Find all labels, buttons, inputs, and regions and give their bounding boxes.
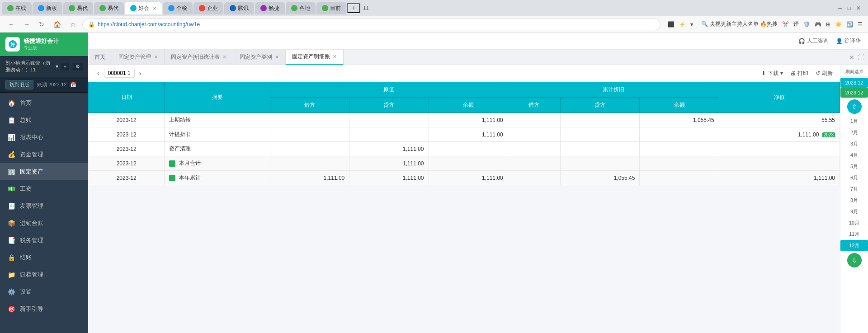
sidebar-item-tax[interactable]: 📑 税务管理 [0,232,88,249]
history-btn[interactable]: ↩️ [846,21,853,28]
scroll-up-button[interactable]: ⇧ [847,99,862,114]
col-header-original-value: 原值 [270,82,508,98]
period-title: 期间选择 [840,67,868,77]
address-input[interactable]: 🔒 https://cloud.chanjet.com/accounting/u… [82,19,660,30]
address-bar: ← → ↻ 🏠 ☆ 🔒 https://cloud.chanjet.com/ac… [0,16,868,33]
browser-tab-haohui[interactable]: 好会 ✕ [125,2,162,14]
page-number-input[interactable]: 000001 1 [104,69,135,78]
period-item-10[interactable]: 10月 [840,217,868,229]
switch-version-btn[interactable]: 切到旧版 [5,80,33,89]
sidebar-item-funds[interactable]: 💰 资金管理 [0,146,88,163]
period-item-4[interactable]: 4月 [840,150,868,161]
tab-favicon-gedi [291,5,297,11]
support-button[interactable]: 🎧 人工咨询 [798,37,829,45]
browser-tab-tengxun[interactable]: 腾讯 [224,2,254,14]
tab-close-all-icon[interactable]: ✕ [849,54,854,61]
extensions-btn[interactable]: ⬛ [668,21,675,28]
cell-dep-debit-4 [508,156,560,171]
sidebar-item-ledger[interactable]: 📋 总账 [0,112,88,129]
reload-button[interactable]: ↻ [36,20,47,29]
refresh-button[interactable]: ↺ 刷新 [816,70,833,77]
period-label: 账期 2023-12 [37,81,66,88]
browser-tab-changjie[interactable]: 畅捷 [255,2,285,14]
print-button[interactable]: 🖨 打印 [790,70,808,77]
back-button[interactable]: ← [5,20,17,29]
period-item-2023-12-selected[interactable]: 2023.12 [840,78,868,88]
period-item-6[interactable]: 6月 [840,172,868,183]
next-page-button[interactable]: › [137,69,143,78]
tab-close-fixed-assets-mgmt[interactable]: ✕ [154,54,158,60]
sidebar-item-archive[interactable]: 📁 归档管理 [0,266,88,283]
sidebar-item-settings[interactable]: ⚙️ 设置 [0,283,88,300]
cell-dep-credit-2 [561,127,640,142]
sidebar-item-fixed-assets[interactable]: 🏢 固定资产 [0,163,88,180]
dropdown-btn[interactable]: ▾ [690,21,693,28]
browser-tab-online[interactable]: 在线 [2,2,32,14]
maximize-button[interactable]: □ [848,5,851,11]
forward-button[interactable]: → [21,20,33,29]
download-button[interactable]: ⬇ 下载 ▾ [761,70,783,77]
period-item-2[interactable]: 2月 [840,127,868,138]
add-account-button[interactable]: + [61,63,69,70]
sidebar-item-inventory[interactable]: 📦 进销台账 [0,215,88,232]
lightning-btn[interactable]: ⚡ [679,21,686,28]
period-item-8[interactable]: 8月 [840,195,868,206]
period-item-12[interactable]: 12月 [840,240,868,251]
cell-net-value-5: 1,111.00 [719,171,840,185]
browser-tab-yidai2[interactable]: 易代 [94,2,124,14]
period-item-7[interactable]: 7月 [840,183,868,195]
period-item-1[interactable]: 1月 [840,116,868,127]
settings-account-button[interactable]: ⚙ [73,63,83,70]
tab-maximize-icon[interactable]: ⛶ [858,54,864,61]
browser-tools: ⬛ ⚡ ▾ 🔍 央视更新主持人名单 🔥热搜 ✂️ 译 🛡️ 🎮 ⊞ ☀️ ↩️ … [668,20,863,28]
calendar-icon[interactable]: 📅 [70,82,76,88]
browser-tab-qiye[interactable]: 企业 [193,2,223,14]
tab-home[interactable]: 首页 [88,50,112,65]
tab-favicon-online [7,5,14,11]
user-profile-button[interactable]: 👤 徐译华 [836,37,861,45]
tab-close-asset-detail-ledger[interactable]: ✕ [333,54,337,60]
home-button[interactable]: 🏠 [51,20,64,29]
browser-tab-muqian[interactable]: 目前 [316,2,346,14]
period-item-5[interactable]: 5月 [840,161,868,172]
sidebar-item-invoice[interactable]: 🧾 发票管理 [0,197,88,215]
tab-depreciation-stats[interactable]: 固定资产折旧统计表 ✕ [165,50,233,65]
brightness-btn[interactable]: ☀️ [835,21,842,28]
shield-btn[interactable]: 🛡️ [803,21,810,28]
browser-tab-geshui[interactable]: 个税 [163,2,193,14]
tab-close-haohui[interactable]: ✕ [153,6,156,11]
grid-btn[interactable]: ⊞ [826,21,830,28]
scissors-btn[interactable]: ✂️ [782,21,789,28]
sidebar-item-reports[interactable]: 📊 报表中心 [0,129,88,146]
browser-tab-new[interactable]: 新版 [33,2,62,14]
browser-tab-gedi[interactable]: 各地 [286,2,316,14]
period-item-3[interactable]: 3月 [840,138,868,150]
gamepad-btn[interactable]: 🎮 [815,21,821,28]
close-window-button[interactable]: ✕ [856,5,861,11]
tab-asset-category[interactable]: 固定资产类别 ✕ [233,50,286,65]
browser-tab-yidai1[interactable]: 易代 [63,2,93,14]
cell-summary-4: 本月合计 [165,156,270,171]
period-item-2023-12-highlight[interactable]: 2023.12 [840,88,868,98]
sidebar-item-closing[interactable]: 🔒 结账 [0,249,88,266]
sidebar-item-guide[interactable]: 🎯 新手引导 [0,300,88,318]
period-item-9[interactable]: 9月 [840,206,868,217]
menu-btn[interactable]: ☰ [858,21,863,28]
scroll-down-button[interactable]: ⇩ [847,253,862,267]
prev-page-button[interactable]: ‹ [95,69,101,78]
tab-close-depreciation-stats[interactable]: ✕ [222,54,226,60]
content-toolbar: ‹ 000001 1 › ⬇ 下载 ▾ 🖨 打印 [88,65,840,82]
tab-close-asset-category[interactable]: ✕ [275,54,279,60]
period-item-11[interactable]: 11月 [840,229,868,240]
tab-asset-detail-ledger[interactable]: 固定资产明细账 ✕ [286,50,344,65]
table-container: 日期 摘要 原值 累计折旧 净值 借方 贷方 余额 借方 [88,82,840,333]
new-tab-button[interactable]: + [347,3,360,13]
bookmark-button[interactable]: ☆ [67,20,79,29]
minimize-button[interactable]: ─ [838,5,842,11]
search-btn[interactable]: 🔍 央视更新主持人名单 🔥热搜 [701,20,778,28]
sidebar-item-payroll[interactable]: 💵 工资 [0,180,88,197]
translate-btn[interactable]: 译 [793,20,799,28]
account-dropdown[interactable]: 刘小艳演示账套（勿删勿动！）11 ▾ [5,60,58,73]
sidebar-item-home[interactable]: 🏠 首页 [0,94,88,112]
tab-fixed-assets-mgmt[interactable]: 固定资产管理 ✕ [112,50,165,65]
